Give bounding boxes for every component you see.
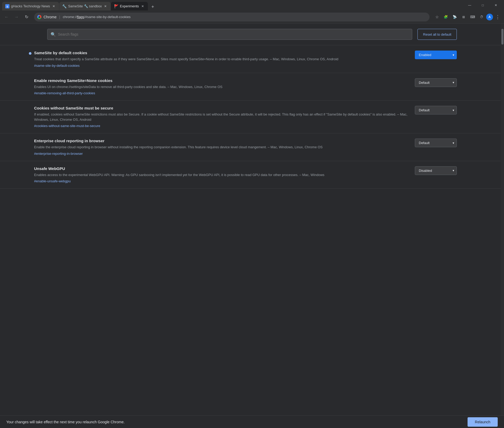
bookmark-button[interactable]: ☆ [433, 13, 441, 21]
flag-control-webgpu: Disabled Default Enabled [415, 166, 457, 175]
flag-item-same-site-by-default: SameSite by default cookies Treat cookie… [0, 45, 504, 73]
tab-ghacks-title: gHacks Technology News [11, 4, 50, 8]
flag-select-cookies-secure[interactable]: Default Enabled Disabled [415, 106, 457, 114]
address-separator: | [59, 15, 60, 19]
flag-desc-webgpu: Enables access to the experimental WebGP… [34, 172, 410, 178]
forward-button[interactable]: → [12, 13, 21, 21]
search-input[interactable] [58, 32, 409, 36]
navbar: ← → ↻ Chrome | chrome://flags/#same-site… [0, 10, 504, 24]
flag-control-cookies-secure: Default Enabled Disabled [415, 106, 457, 114]
tab-ghacks-favicon: g [5, 4, 9, 8]
scrollbar-thumb[interactable] [501, 29, 503, 45]
cast-button[interactable]: 📡 [451, 13, 459, 21]
search-icon: 🔍 [51, 32, 56, 37]
flag-desc-cookies-secure: If enabled, cookies without SameSite res… [34, 112, 410, 122]
flag-link-webgpu[interactable]: #enable-unsafe-webgpu [34, 179, 71, 183]
flag-title-cookies-secure: Cookies without SameSite must be secure [34, 106, 410, 110]
tab-experiments-favicon: 🚩 [114, 4, 118, 8]
minimize-button[interactable]: — [464, 0, 476, 10]
flag-item-remove-samesite-none: Enable removing SameSite=None cookies En… [0, 73, 504, 101]
tab-samesite-title: SameSite 🔧 sandbox [68, 4, 102, 8]
reset-all-button[interactable]: Reset all to default [417, 29, 457, 40]
flag-item-enterprise-reporting: Enterprise cloud reporting in browser En… [0, 133, 504, 161]
profile-avatar[interactable]: A [486, 14, 493, 20]
flag-select-wrapper-remove-samesite-none: Default Enabled Disabled [415, 78, 457, 87]
flag-link-same-site[interactable]: #same-site-by-default-cookies [34, 64, 79, 68]
flag-select-wrapper-webgpu: Disabled Default Enabled [415, 166, 457, 175]
address-highlight: flags [77, 15, 84, 19]
flag-content-remove-samesite-none: Enable removing SameSite=None cookies En… [34, 78, 410, 95]
flag-title-remove-samesite-none: Enable removing SameSite=None cookies [34, 78, 410, 83]
flag-link-cookies-secure[interactable]: #cookies-without-same-site-must-be-secur… [34, 124, 100, 128]
site-name: Chrome [44, 15, 57, 19]
flags-container: 🔍 Reset all to default SameSite by defau… [0, 24, 504, 415]
flag-link-enterprise-reporting[interactable]: #enterprise-reporting-in-browser [34, 152, 83, 156]
window-controls: — □ ✕ [464, 0, 504, 10]
flag-content-enterprise-reporting: Enterprise cloud reporting in browser En… [34, 139, 410, 156]
tab-ghacks[interactable]: g gHacks Technology News ✕ [2, 2, 59, 10]
tab-experiments[interactable]: 🚩 Experiments ✕ [111, 2, 148, 10]
history-button[interactable]: ⏱ [477, 13, 486, 21]
flag-content-webgpu: Unsafe WebGPU Enables access to the expe… [34, 166, 410, 183]
flag-control-enterprise-reporting: Default Enabled Disabled [415, 139, 457, 147]
flag-desc-remove-samesite-none: Enables UI on chrome://settings/siteData… [34, 84, 410, 90]
search-area: 🔍 Reset all to default [0, 24, 504, 45]
scrollbar[interactable] [501, 24, 504, 415]
menu-button[interactable]: ⋮ [494, 13, 502, 21]
tab-ghacks-close[interactable]: ✕ [52, 4, 56, 8]
flag-select-wrapper-enterprise-reporting: Default Enabled Disabled [415, 139, 457, 147]
titlebar: g gHacks Technology News ✕ 🔧 SameSite 🔧 … [0, 0, 504, 10]
flag-select-remove-samesite-none[interactable]: Default Enabled Disabled [415, 78, 457, 87]
address-bar[interactable]: Chrome | chrome://flags/#same-site-by-de… [34, 13, 430, 21]
flag-item-cookies-secure: Cookies without SameSite must be secure … [0, 101, 504, 133]
flag-select-same-site[interactable]: Enabled Default Disabled [415, 51, 457, 59]
chrome-icon [37, 15, 41, 19]
flag-title-enterprise-reporting: Enterprise cloud reporting in browser [34, 139, 410, 143]
keyboard-button[interactable]: ⌨ [468, 13, 477, 21]
flag-item-webgpu: Unsafe WebGPU Enables access to the expe… [0, 161, 504, 189]
tab-samesite-favicon: 🔧 [62, 4, 67, 8]
nav-right-buttons: ☆ 🧩 📡 ⊞ ⌨ ⏱ A ⋮ [433, 13, 502, 21]
tab-samesite-close[interactable]: ✕ [103, 4, 108, 8]
tabs-area: g gHacks Technology News ✕ 🔧 SameSite 🔧 … [0, 0, 464, 10]
tab-samesite[interactable]: 🔧 SameSite 🔧 sandbox ✕ [59, 2, 111, 10]
flag-dot-same-site [29, 52, 31, 55]
flag-content-same-site: SameSite by default cookies Treat cookie… [34, 51, 410, 68]
search-box: 🔍 [47, 29, 412, 40]
new-tab-button[interactable]: + [149, 3, 157, 10]
extensions-button[interactable]: 🧩 [442, 13, 450, 21]
refresh-button[interactable]: ↻ [22, 13, 31, 21]
flag-desc-same-site: Treat cookies that don't specify a SameS… [34, 57, 410, 62]
flag-select-wrapper-same-site: Enabled Default Disabled [415, 51, 457, 59]
flag-title-same-site: SameSite by default cookies [34, 51, 410, 55]
flag-link-remove-samesite-none[interactable]: #enable-removing-all-third-party-cookies [34, 91, 95, 95]
flags-list: SameSite by default cookies Treat cookie… [0, 45, 504, 194]
media-router-button[interactable]: ⊞ [459, 13, 468, 21]
flag-control-same-site: Enabled Default Disabled [415, 51, 457, 59]
tab-experiments-close[interactable]: ✕ [141, 4, 145, 8]
relaunch-button[interactable]: Relaunch [468, 417, 498, 427]
flag-select-wrapper-cookies-secure: Default Enabled Disabled [415, 106, 457, 114]
flag-title-webgpu: Unsafe WebGPU [34, 166, 410, 171]
bottom-bar-message: Your changes will take effect the next t… [6, 420, 125, 424]
flag-control-remove-samesite-none: Default Enabled Disabled [415, 78, 457, 87]
bottom-bar: Your changes will take effect the next t… [0, 415, 504, 428]
flag-title-highlight: SameSite by default cookies [34, 51, 87, 55]
close-button[interactable]: ✕ [490, 0, 502, 10]
flag-select-webgpu[interactable]: Disabled Default Enabled [415, 166, 457, 175]
flag-select-enterprise-reporting[interactable]: Default Enabled Disabled [415, 139, 457, 147]
maximize-button[interactable]: □ [477, 0, 489, 10]
flag-desc-enterprise-reporting: Enable the enterprise cloud reporting in… [34, 145, 410, 150]
tab-experiments-title: Experiments [120, 4, 139, 8]
back-button[interactable]: ← [2, 13, 11, 21]
address-text: chrome://flags/#same-site-by-default-coo… [63, 15, 426, 19]
main-layout: 🔍 Reset all to default SameSite by defau… [0, 24, 504, 415]
flag-content-cookies-secure: Cookies without SameSite must be secure … [34, 106, 410, 128]
